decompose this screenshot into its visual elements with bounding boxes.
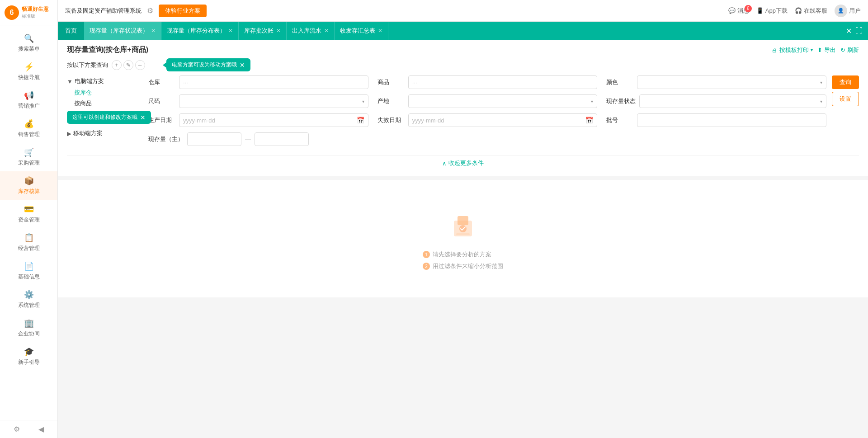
expiry-date-value: yyyy-mm-dd — [412, 117, 444, 124]
settings-bottom-icon[interactable]: ⚙ — [14, 425, 20, 433]
online-support-item[interactable]: 🎧 在线客服 — [795, 7, 827, 15]
search-button[interactable]: 查询 — [832, 75, 859, 89]
print-template-btn[interactable]: 🖨 按模板打印 ▾ — [772, 46, 813, 54]
tab-in-out-flow[interactable]: 出入库流水 ✕ — [287, 22, 335, 40]
tab-batch-ledger[interactable]: 库存批次账 ✕ — [239, 22, 287, 40]
collapse-sidebar-icon[interactable]: ◀ — [38, 425, 44, 433]
sidebar-item-enterprise[interactable]: 🏢 企业协同 — [0, 314, 57, 342]
tab-inventory-status-close[interactable]: ✕ — [151, 28, 156, 34]
back-scheme-btn[interactable]: ← — [135, 60, 145, 70]
tab-inventory-status[interactable]: 现存量（库存状况表） ✕ — [84, 22, 161, 40]
sidebar-item-guide[interactable]: 🎓 新手引导 — [0, 342, 57, 371]
tab-collect-report-label: 收发存汇总表 — [340, 27, 375, 35]
tab-expand-icon[interactable]: ⛶ — [855, 27, 863, 35]
message-badge: 6 — [745, 5, 752, 12]
sidebar-item-operation[interactable]: 📋 经营管理 — [0, 228, 57, 257]
tooltip-create-scheme: 这里可以创建和修改方案哦 ✕ — [67, 111, 151, 124]
page-actions: 🖨 按模板打印 ▾ ⬆ 导出 ↻ 刷新 — [772, 46, 859, 54]
avatar-initial: 👤 — [838, 8, 844, 14]
stock-status-label: 现存量状态 — [606, 97, 636, 105]
product-input[interactable]: ··· — [408, 75, 598, 89]
production-date-input[interactable]: yyyy-mm-dd 📅 — [179, 113, 368, 127]
refresh-icon: ↻ — [840, 47, 845, 53]
filter-title: 按以下方案查询 — [67, 61, 108, 69]
message-item[interactable]: 💬 消息 6 — [728, 7, 749, 15]
print-template-label: 按模板打印 — [779, 46, 809, 54]
tab-collect-report[interactable]: 收发存汇总表 ✕ — [335, 22, 388, 40]
tab-batch-ledger-close[interactable]: ✕ — [276, 28, 281, 34]
tooltip-arrow — [163, 62, 166, 68]
edit-scheme-btn[interactable]: ✎ — [123, 60, 133, 70]
sidebar-item-purchase-label: 采购管理 — [18, 159, 40, 167]
mobile-scheme-row[interactable]: ▶ 移动端方案 — [67, 127, 135, 139]
form-row3: 生产日期 yyyy-mm-dd 📅 失效日期 yyyy-mm-dd 📅 — [148, 113, 826, 127]
marketing-icon: 📢 — [24, 90, 34, 100]
sidebar-item-search[interactable]: 🔍 搜索菜单 — [0, 29, 57, 57]
scheme-item-warehouse[interactable]: 按库仓 — [74, 87, 135, 98]
main-area: 装备及固定资产辅助管理系统 ⚙ 体验行业方案 💬 消息 6 📱 App下载 🎧 … — [58, 0, 868, 438]
origin-select[interactable]: ▾ — [408, 94, 598, 108]
size-select[interactable]: ▾ — [179, 94, 368, 108]
enterprise-icon: 🏢 — [24, 318, 34, 328]
desktop-scheme-row[interactable]: ▼ 电脑端方案 — [67, 75, 135, 87]
stock-status-select[interactable]: ▾ — [639, 94, 826, 108]
sidebar: 6 畅通好生意 标准版 🔍 搜索菜单 ⚡ 快捷导航 📢 营销推广 💰 销售管理 … — [0, 0, 58, 438]
stock-main-from[interactable] — [187, 132, 241, 146]
message-icon: 💬 — [728, 7, 736, 14]
tooltip1-close[interactable]: ✕ — [240, 61, 245, 69]
sidebar-item-system[interactable]: ⚙️ 系统管理 — [0, 285, 57, 314]
tab-home[interactable]: 首页 — [58, 22, 84, 40]
brand-name: 畅通好生意 — [22, 6, 49, 13]
page-header: 现存量查询(按仓库+商品) 🖨 按模板打印 ▾ ⬆ 导出 ↻ 刷新 — [58, 40, 868, 55]
sidebar-item-search-label: 搜索菜单 — [18, 45, 40, 53]
tab-inventory-dist-close[interactable]: ✕ — [228, 28, 233, 34]
tab-close-all-icon[interactable]: ✕ — [846, 27, 852, 35]
stock-main-label: 现存量（主） — [148, 135, 184, 143]
sidebar-item-marketing[interactable]: 📢 营销推广 — [0, 86, 57, 114]
sidebar-item-inventory[interactable]: 📦 库存核算 — [0, 171, 57, 200]
headset-icon: 🎧 — [795, 7, 802, 14]
printer-icon: 🖨 — [772, 47, 778, 53]
sidebar-item-finance[interactable]: 💳 资金管理 — [0, 200, 57, 228]
production-date-calendar-icon[interactable]: 📅 — [357, 117, 364, 124]
tab-inventory-dist[interactable]: 现存量（库存分布表） ✕ — [161, 22, 239, 40]
basic-icon: 📄 — [24, 261, 34, 271]
sidebar-item-basic[interactable]: 📄 基础信息 — [0, 257, 57, 285]
refresh-btn[interactable]: ↻ 刷新 — [840, 46, 859, 54]
settings-button[interactable]: 设置 — [832, 92, 859, 106]
online-support-label: 在线客服 — [804, 7, 827, 15]
system-icon: ⚙️ — [24, 290, 34, 300]
user-item[interactable]: 👤 用户 — [835, 5, 861, 17]
sidebar-item-quick-label: 快捷导航 — [18, 74, 40, 81]
content-area: 现存量查询(按仓库+商品) 🖨 按模板打印 ▾ ⬆ 导出 ↻ 刷新 — [58, 40, 868, 438]
tab-collect-report-close[interactable]: ✕ — [378, 28, 382, 34]
product-label: 商品 — [377, 78, 405, 86]
sidebar-item-inventory-label: 库存核算 — [18, 188, 40, 195]
sidebar-item-quick[interactable]: ⚡ 快捷导航 — [0, 57, 57, 86]
refresh-label: 刷新 — [847, 46, 859, 54]
export-btn[interactable]: ⬆ 导出 — [817, 46, 836, 54]
warehouse-input[interactable]: ··· — [179, 75, 368, 89]
expiry-date-label: 失效日期 — [377, 116, 405, 124]
svg-rect-3 — [456, 233, 470, 235]
app-download-item[interactable]: 📱 App下载 — [756, 7, 788, 15]
stock-main-to[interactable] — [255, 132, 309, 146]
expiry-date-input[interactable]: yyyy-mm-dd 📅 — [408, 113, 598, 127]
svg-rect-1 — [458, 216, 468, 225]
settings-gear-icon[interactable]: ⚙ — [147, 6, 153, 15]
color-label: 颜色 — [606, 78, 633, 86]
tooltip2-close[interactable]: ✕ — [140, 114, 146, 121]
form-row4: 现存量（主） — — [148, 132, 826, 146]
tab-in-out-flow-close[interactable]: ✕ — [324, 28, 329, 34]
collapse-more-btn[interactable]: ∧ 收起更多条件 — [67, 155, 859, 171]
tab-inventory-dist-label: 现存量（库存分布表） — [167, 27, 226, 35]
scheme-item-product[interactable]: 按商品 — [74, 98, 135, 109]
sidebar-item-purchase[interactable]: 🛒 采购管理 — [0, 143, 57, 171]
quick-icon: ⚡ — [24, 62, 34, 72]
color-select[interactable]: ▾ — [637, 75, 826, 89]
batch-input[interactable] — [637, 113, 826, 127]
add-scheme-btn[interactable]: + — [112, 60, 122, 70]
expiry-date-calendar-icon[interactable]: 📅 — [585, 117, 593, 124]
sidebar-item-sales[interactable]: 💰 销售管理 — [0, 114, 57, 143]
industry-plan-button[interactable]: 体验行业方案 — [159, 5, 207, 17]
